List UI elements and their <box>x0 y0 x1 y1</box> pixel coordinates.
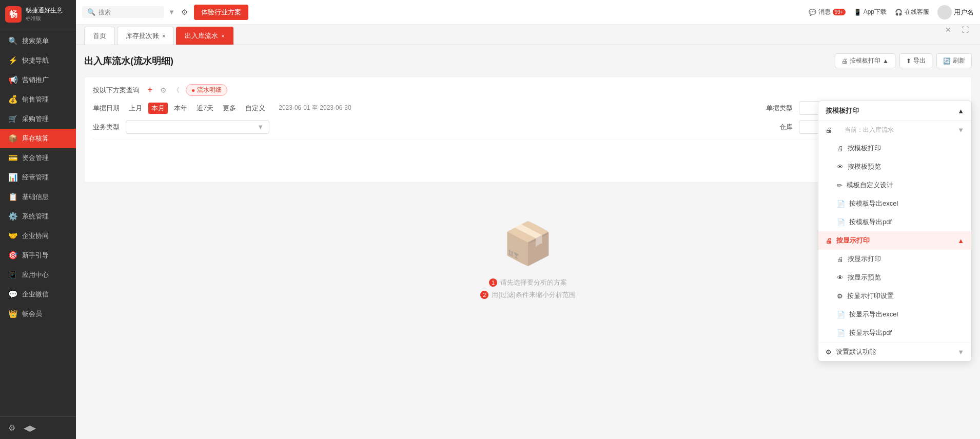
footer-dropdown-arrow[interactable]: ▼ <box>957 348 964 356</box>
topbar-search-box[interactable]: 🔍 <box>82 6 164 18</box>
sidebar-label-finance: 资金管理 <box>22 153 49 163</box>
dropdown-section2-header[interactable]: 🖨 按显示打印 ▲ <box>818 231 971 250</box>
icon: 👁 <box>837 163 844 171</box>
sidebar: 畅 畅捷通好生意 标准版 🔍搜索菜单⚡快捷导航📢营销推广💰销售管理🛒采购管理📦库… <box>0 0 76 439</box>
print-dropdown-arrow: ▲ <box>883 57 889 65</box>
dropdown-item2-按显示导出excel[interactable]: 📄按显示导出excel <box>818 305 971 324</box>
sidebar-item-system[interactable]: ⚙️系统管理 <box>0 207 76 226</box>
business-type-select[interactable]: ▼ <box>126 120 269 134</box>
sidebar-item-enterprise[interactable]: 🤝企业协同 <box>0 226 76 246</box>
current-value: 当前：出入库流水 <box>845 126 894 134</box>
date-option-更多[interactable]: 更多 <box>220 103 239 114</box>
sidebar-item-sales[interactable]: 💰销售管理 <box>0 90 76 109</box>
settings-icon[interactable]: ⚙ <box>8 423 15 433</box>
business-type-arrow-icon: ▼ <box>257 123 264 131</box>
customer-service-button[interactable]: 🎧 在线客服 <box>895 8 929 16</box>
sidebar-icon-sales: 💰 <box>8 95 18 104</box>
sidebar-item-inventory[interactable]: 📦库存核算 <box>0 129 76 148</box>
refresh-button[interactable]: 🔄 刷新 <box>936 53 972 68</box>
filter-settings-icon[interactable]: ⚙ <box>160 86 167 94</box>
sidebar-icon-marketing: 📢 <box>8 75 18 85</box>
icon2: 📄 <box>837 311 845 318</box>
dropdown-expand-icon[interactable]: ▲ <box>957 107 964 115</box>
dropdown-item-按模板预览[interactable]: 👁按模板预览 <box>818 157 971 176</box>
sidebar-item-finance[interactable]: 💳资金管理 <box>0 148 76 168</box>
dropdown-item-按模板导出pdf[interactable]: 📄按模板导出pdf <box>818 213 971 231</box>
dropdown-item2-按显示打印[interactable]: 🖨按显示打印 <box>818 250 971 268</box>
date-option-本月[interactable]: 本月 <box>148 103 168 114</box>
export-button[interactable]: ⬆ 导出 <box>899 53 932 68</box>
sidebar-subtitle: 标准版 <box>26 15 63 22</box>
dropdown-header-right: ▲ <box>957 107 964 115</box>
sidebar-label-operation: 经营管理 <box>22 173 49 182</box>
sidebar-item-purchase[interactable]: 🛒采购管理 <box>0 109 76 129</box>
tab-label-home: 首页 <box>93 31 106 41</box>
dropdown-item-按模板导出excel[interactable]: 📄按模板导出excel <box>818 194 971 213</box>
tab-close-window-icon[interactable]: ✕ <box>942 25 954 35</box>
date-options: 上月本月本年近7天更多自定义 <box>126 103 268 114</box>
empty-illustration: 📦 <box>502 220 554 268</box>
date-option-自定义[interactable]: 自定义 <box>242 103 268 114</box>
sidebar-item-wechat[interactable]: 💬企业微信 <box>0 285 76 304</box>
sidebar-item-search[interactable]: 🔍搜索菜单 <box>0 31 76 51</box>
dropdown-footer-section: ⚙ 设置默认功能 ▼ <box>818 342 971 361</box>
print-template-button[interactable]: 🖨 按模板打印 ▲ <box>835 53 895 68</box>
section2-arrow[interactable]: ▲ <box>957 237 964 245</box>
topbar-right: 💬 消息 99+ 📱 App下载 🎧 在线客服 用户名 <box>809 5 974 19</box>
refresh-icon: 🔄 <box>943 57 951 65</box>
sidebar-item-app-center[interactable]: 📱应用中心 <box>0 265 76 285</box>
date-option-上月[interactable]: 上月 <box>126 103 145 114</box>
current-print-icon: 🖨 <box>826 126 832 134</box>
dropdown-item2-按显示打印设置[interactable]: ⚙按显示打印设置 <box>818 287 971 305</box>
sidebar-item-basic[interactable]: 📋基础信息 <box>0 187 76 207</box>
sidebar-icon-app-center: 📱 <box>8 270 18 280</box>
date-option-近7天[interactable]: 近7天 <box>193 103 217 114</box>
filter-collapse-icon[interactable]: 《 <box>173 86 180 95</box>
tab-maximize-icon[interactable]: ⛶ <box>958 25 972 35</box>
filter-tag-item[interactable]: ● 流水明细 <box>186 84 227 96</box>
message-badge: 99+ <box>833 9 846 15</box>
sidebar-item-quick-nav[interactable]: ⚡快捷导航 <box>0 51 76 70</box>
collapse-icon[interactable]: ◀▶ <box>24 423 36 433</box>
tab-home[interactable]: 首页 <box>84 27 115 45</box>
sidebar-icon-operation: 📊 <box>8 173 18 182</box>
date-option-本年[interactable]: 本年 <box>171 103 190 114</box>
dropdown-section-1: 🖨按模板打印👁按模板预览✏模板自定义设计📄按模板导出excel📄按模板导出pdf <box>818 139 971 231</box>
search-input[interactable] <box>99 9 150 16</box>
sidebar-item-guide[interactable]: 🎯新手引导 <box>0 246 76 265</box>
current-dropdown-arrow[interactable]: ▼ <box>957 126 964 134</box>
sidebar-item-operation[interactable]: 📊经营管理 <box>0 168 76 187</box>
sidebar-header: 畅 畅捷通好生意 标准版 <box>0 0 76 29</box>
sidebar-label-app-center: 应用中心 <box>22 270 49 280</box>
message-button[interactable]: 💬 消息 99+ <box>809 8 846 16</box>
tab-batch-account[interactable]: 库存批次账× <box>117 27 174 45</box>
sidebar-item-marketing[interactable]: 📢营销推广 <box>0 70 76 90</box>
dropdown-item2-按显示导出pdf[interactable]: 📄按显示导出pdf <box>818 324 971 342</box>
icon: 📄 <box>837 218 845 226</box>
date-range-display: 2023-06-01 至 2023-06-30 <box>279 104 351 112</box>
dropdown-item2-按显示预览[interactable]: 👁按显示预览 <box>818 268 971 287</box>
sidebar-item-member[interactable]: 👑畅会员 <box>0 304 76 324</box>
tab-close-batch-account[interactable]: × <box>162 33 165 39</box>
tab-inventory-flow[interactable]: 出入库流水× <box>176 27 233 45</box>
sidebar-label-basic: 基础信息 <box>22 192 49 202</box>
set-default-button[interactable]: ⚙ 设置默认功能 ▼ <box>818 343 971 361</box>
topbar-dropdown-arrow[interactable]: ▼ <box>168 8 175 16</box>
dropdown-item-按模板打印[interactable]: 🖨按模板打印 <box>818 139 971 157</box>
main-area: 🔍 ▼ ⚙ 体验行业方案 💬 消息 99+ 📱 App下载 🎧 在线客服 用户名 <box>76 0 980 439</box>
filter-add-button[interactable]: ＋ <box>146 85 154 95</box>
tab-close-inventory-flow[interactable]: × <box>221 33 224 39</box>
dropdown-current-item[interactable]: 🖨 当前：出入库流水 ▼ <box>818 121 971 139</box>
icon2: 👁 <box>837 274 844 282</box>
dropdown-header: 按模板打印 ▲ <box>818 101 971 121</box>
user-avatar-area[interactable]: 用户名 <box>937 5 974 19</box>
app-download-button[interactable]: 📱 App下载 <box>854 8 887 16</box>
dropdown-item-模板自定义设计[interactable]: ✏模板自定义设计 <box>818 176 971 194</box>
topbar-gear-icon[interactable]: ⚙ <box>181 8 188 17</box>
industry-solution-button[interactable]: 体验行业方案 <box>194 5 248 20</box>
sidebar-icon-quick-nav: ⚡ <box>8 56 18 65</box>
sidebar-logo: 畅 <box>5 6 22 23</box>
page-title-area: 出入库流水(流水明细) 🖨 按模板打印 ▲ ⬆ 导出 🔄 刷新 <box>84 53 972 68</box>
sidebar-icon-purchase: 🛒 <box>8 114 18 124</box>
sidebar-icon-system: ⚙️ <box>8 212 18 221</box>
